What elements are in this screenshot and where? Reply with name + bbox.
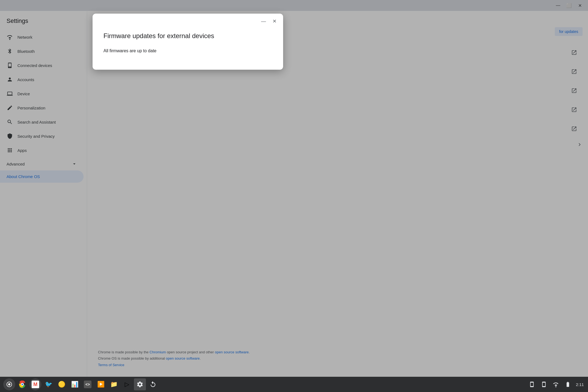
taskbar-caret[interactable]: <>	[82, 378, 94, 390]
taskbar-files[interactable]: 📁	[108, 378, 120, 390]
screenshot-svg	[529, 381, 535, 387]
clock[interactable]: 2:11	[575, 379, 585, 389]
svg-point-1	[8, 383, 10, 385]
launcher-icon	[6, 381, 13, 388]
wifi-status-svg	[553, 381, 559, 387]
svg-point-4	[22, 384, 23, 385]
modal-status: All firmwares are up to date	[103, 48, 272, 53]
modal-toolbar: — ✕	[93, 14, 283, 26]
taskbar-play[interactable]: ▷	[121, 378, 133, 390]
clock-time: 2:11	[576, 382, 584, 387]
screenshot-icon[interactable]	[527, 379, 537, 389]
modal-close-button[interactable]: ✕	[270, 17, 279, 26]
taskbar: M 🐦 🟡 📊 <> ▶️ 📁 ▷	[0, 377, 588, 392]
launcher-button[interactable]	[3, 378, 15, 390]
modal-overlay	[0, 0, 588, 392]
modal-body: Firmware updates for external devices Al…	[93, 26, 283, 70]
sheets-icon: 📊	[71, 381, 78, 388]
taskbar-right: 2:11	[527, 379, 585, 389]
phone-svg	[541, 381, 547, 387]
taskbar-settings[interactable]	[134, 378, 146, 390]
taskbar-twitter[interactable]: 🐦	[42, 378, 54, 390]
taskbar-sheets[interactable]: 📊	[69, 378, 81, 390]
battery-icon[interactable]	[563, 379, 573, 389]
settings-gear-icon	[136, 381, 143, 388]
taskbar-youtube[interactable]: ▶️	[95, 378, 107, 390]
firmware-modal: — ✕ Firmware updates for external device…	[93, 14, 283, 70]
chrome-icon	[19, 381, 26, 388]
modal-title: Firmware updates for external devices	[103, 32, 272, 40]
files-icon: 📁	[110, 381, 118, 388]
gmail-icon: M	[32, 381, 39, 388]
keep-icon: 🟡	[58, 381, 65, 388]
phone-icon[interactable]	[539, 379, 549, 389]
taskbar-gmail[interactable]: M	[29, 378, 41, 390]
wifi-status-icon[interactable]	[551, 379, 561, 389]
youtube-icon: ▶️	[97, 381, 105, 388]
battery-svg	[565, 381, 571, 387]
taskbar-keep[interactable]: 🟡	[56, 378, 68, 390]
caret-icon: <>	[84, 381, 91, 388]
twitter-icon: 🐦	[45, 381, 52, 388]
play-icon: ▷	[125, 381, 129, 388]
taskbar-chrome[interactable]	[16, 378, 28, 390]
modal-minimize-button[interactable]: —	[259, 17, 268, 26]
taskbar-recovery[interactable]	[147, 378, 159, 390]
recovery-icon	[149, 381, 157, 388]
